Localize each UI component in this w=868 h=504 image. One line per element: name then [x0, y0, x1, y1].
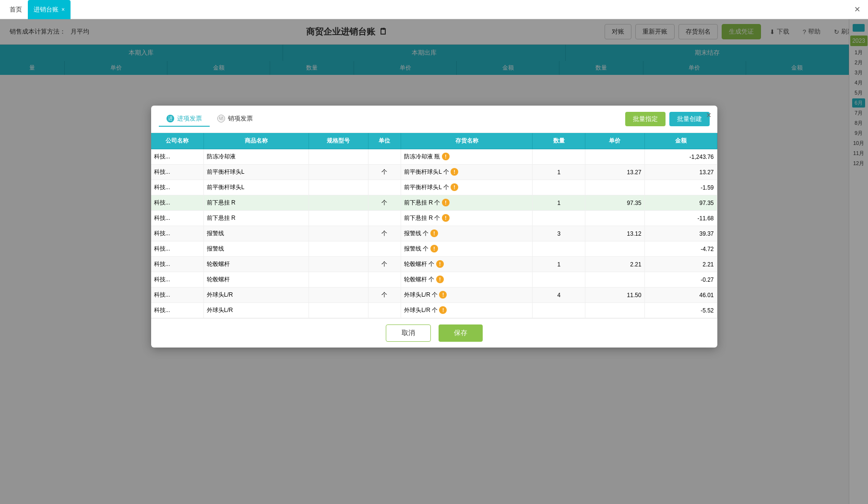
- warn-icon: !: [439, 291, 447, 299]
- col-qty: 数量: [533, 133, 585, 149]
- cell-company: 科技...: [151, 303, 204, 318]
- active-tab-close[interactable]: ×: [61, 0, 65, 19]
- cell-product-name: 前平衡杆球头L: [203, 165, 309, 180]
- table-row: 科技... 前下悬挂 R 个 前下悬挂 R 个 ! 1 97.35 97.35: [151, 195, 717, 211]
- cell-product-name: 前下悬挂 R: [203, 211, 309, 226]
- col-stock-name: 存货名称: [401, 133, 533, 149]
- cell-spec: [309, 226, 368, 241]
- cell-price: [585, 149, 644, 165]
- cell-stock-name: 报警线 个 !: [401, 226, 533, 241]
- cell-price: 2.21: [585, 257, 644, 272]
- active-tab[interactable]: 进销台账 ×: [28, 0, 71, 19]
- batch-assign-button[interactable]: 批量指定: [625, 112, 666, 126]
- col-product-name: 商品名称: [203, 133, 309, 149]
- cell-qty: 3: [533, 226, 585, 241]
- cell-company: 科技...: [151, 165, 204, 180]
- cell-price: [585, 272, 644, 288]
- cell-qty: 1: [533, 195, 585, 211]
- cell-unit: [368, 180, 401, 195]
- main-area: 销售成本计算方法： 月平均 商贸企业进销台账 🗒 对账 重新开账 存货别名 生成…: [0, 19, 868, 504]
- cell-price: [585, 303, 644, 318]
- warn-icon: !: [451, 168, 458, 176]
- cell-amount: -11.68: [644, 211, 717, 226]
- modal-table-wrap[interactable]: 公司名称 商品名称 规格型号 单位 存货名称 数量 单价 金额 科技... 防冻…: [151, 133, 717, 318]
- cell-spec: [309, 180, 368, 195]
- cell-qty: [533, 272, 585, 288]
- cell-amount: -1,243.76: [644, 149, 717, 165]
- cell-product-name: 前平衡杆球头L: [203, 180, 309, 195]
- cell-amount: 97.35: [644, 195, 717, 211]
- cell-spec: [309, 165, 368, 180]
- cell-unit: 个: [368, 165, 401, 180]
- table-row: 科技... 报警线 报警线 个 ! -4.72: [151, 241, 717, 257]
- warn-icon: !: [430, 245, 438, 252]
- tab-in-invoice[interactable]: 进 进项发票: [159, 111, 210, 127]
- warn-icon: !: [430, 229, 438, 237]
- warn-icon: !: [442, 153, 450, 160]
- warn-icon: !: [439, 306, 447, 314]
- cell-stock-name: 轮毂螺杆 个 !: [401, 272, 533, 288]
- col-spec: 规格型号: [309, 133, 368, 149]
- cell-unit: [368, 272, 401, 288]
- table-row: 科技... 外球头L/R 外球头L/R 个 ! -5.52: [151, 303, 717, 318]
- modal-header: 进 进项发票 销 销项发票 批量指定 批量创建 ×: [151, 106, 717, 133]
- cell-qty: 1: [533, 165, 585, 180]
- invoice-modal: 进 进项发票 销 销项发票 批量指定 批量创建 ×: [151, 106, 717, 348]
- tab-out-invoice[interactable]: 销 销项发票: [210, 111, 261, 127]
- save-button[interactable]: 保存: [439, 324, 483, 342]
- cell-stock-name: 前下悬挂 R 个 !: [401, 195, 533, 211]
- cell-company: 科技...: [151, 149, 204, 165]
- cell-unit: [368, 211, 401, 226]
- warn-icon: !: [442, 214, 450, 222]
- out-invoice-label: 销项发票: [228, 114, 253, 123]
- cell-company: 科技...: [151, 180, 204, 195]
- modal-tabs: 进 进项发票 销 销项发票: [159, 111, 261, 127]
- cell-spec: [309, 272, 368, 288]
- cell-spec: [309, 195, 368, 211]
- cell-stock-name: 外球头L/R 个 !: [401, 288, 533, 303]
- cell-amount: -5.52: [644, 303, 717, 318]
- cancel-button[interactable]: 取消: [386, 324, 431, 342]
- cell-amount: 2.21: [644, 257, 717, 272]
- warn-icon: !: [436, 276, 444, 283]
- cell-spec: [309, 241, 368, 257]
- cell-product-name: 前下悬挂 R: [203, 195, 309, 211]
- cell-spec: [309, 211, 368, 226]
- modal-actions: 批量指定 批量创建: [625, 112, 710, 126]
- table-row: 科技... 轮毂螺杆 轮毂螺杆 个 ! -0.27: [151, 272, 717, 288]
- cell-price: 11.50: [585, 288, 644, 303]
- cell-price: 13.27: [585, 165, 644, 180]
- cell-qty: [533, 241, 585, 257]
- cell-qty: 4: [533, 288, 585, 303]
- cell-price: [585, 211, 644, 226]
- cell-qty: [533, 149, 585, 165]
- cell-price: 13.12: [585, 226, 644, 241]
- app-close-button[interactable]: ✕: [850, 2, 864, 17]
- cell-unit: [368, 241, 401, 257]
- modal-close-button[interactable]: ×: [706, 110, 712, 120]
- cell-product-name: 轮毂螺杆: [203, 257, 309, 272]
- col-amount: 金额: [644, 133, 717, 149]
- batch-create-button[interactable]: 批量创建: [669, 112, 710, 126]
- cell-amount: 39.37: [644, 226, 717, 241]
- cell-company: 科技...: [151, 211, 204, 226]
- cell-qty: [533, 303, 585, 318]
- cell-product-name: 报警线: [203, 241, 309, 257]
- home-tab[interactable]: 首页: [4, 0, 28, 19]
- cell-stock-name: 报警线 个 !: [401, 241, 533, 257]
- modal-footer: 取消 保存: [151, 318, 717, 348]
- warn-icon: !: [436, 260, 444, 268]
- cell-product-name: 外球头L/R: [203, 288, 309, 303]
- col-unit: 单位: [368, 133, 401, 149]
- cell-unit: 个: [368, 195, 401, 211]
- cell-amount: -1.59: [644, 180, 717, 195]
- table-row: 科技... 前下悬挂 R 前下悬挂 R 个 ! -11.68: [151, 211, 717, 226]
- warn-icon: !: [451, 183, 458, 191]
- cell-unit: [368, 149, 401, 165]
- invoice-table: 公司名称 商品名称 规格型号 单位 存货名称 数量 单价 金额 科技... 防冻…: [151, 133, 717, 318]
- active-tab-label: 进销台账: [34, 0, 59, 19]
- cell-stock-name: 前平衡杆球头L 个 !: [401, 165, 533, 180]
- in-invoice-label: 进项发票: [177, 114, 202, 123]
- cell-spec: [309, 288, 368, 303]
- cell-product-name: 防冻冷却液: [203, 149, 309, 165]
